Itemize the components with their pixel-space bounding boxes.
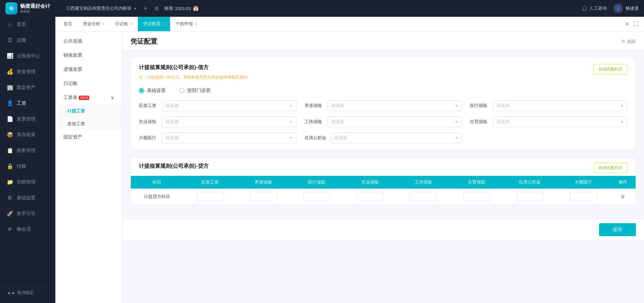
app-edition: 旗舰版 — [20, 9, 50, 14]
sidebar: ⌂ 首页 ☰ 总账 📊 云报表中心 💰 资金管理 🏢 固定资产 👤 工资 📄 发… — [0, 17, 55, 303]
period-label: 账期 — [164, 5, 173, 11]
sidebar-item-close[interactable]: 🔒 结账 — [0, 158, 55, 174]
label-injury: 工伤保险 — [305, 119, 323, 125]
input-large-medical[interactable] — [570, 192, 597, 201]
calendar-icon[interactable]: 📅 — [193, 6, 199, 11]
right-content: 首页 资金分析 × 日记账 × 凭证配置 × 个税申报 × ✕ ⛶ — [55, 17, 644, 303]
select-medical-arrow: ▼ — [620, 104, 624, 108]
td-injury-input[interactable] — [396, 189, 450, 205]
td-maternity-input[interactable] — [450, 189, 503, 205]
td-unemployment-input[interactable] — [343, 189, 396, 205]
refresh-button[interactable]: ↻ 刷新 — [622, 39, 636, 45]
menu-item-purchase[interactable]: 进项发票 — [55, 62, 122, 77]
tab-tax[interactable]: 个税申报 × — [170, 17, 202, 31]
credit-auto-match-button[interactable]: 自动匹配科目 — [593, 163, 628, 173]
td-pension-input[interactable] — [236, 189, 290, 205]
table-wrapper: 科目 应发工资 养老保险 医疗保险 失业保险 工伤保险 生育保险 住房公积金 大 — [131, 176, 636, 205]
input-unemployment[interactable] — [357, 192, 383, 201]
company-name: 江西服宝精品有限责任公司内账张 — [66, 5, 131, 11]
cancel-fixed-button[interactable]: ◄◄ 取消固定 — [0, 286, 55, 300]
input-medical[interactable] — [303, 192, 330, 201]
input-injury[interactable] — [410, 192, 437, 201]
debit-section-note: 注：只能选择一种方式，系统将按照您当前的选择来配置规则 — [139, 74, 248, 80]
company-selector[interactable]: 江西服宝精品有限责任公司内账张 ▼ — [66, 5, 137, 11]
gear-icon[interactable]: ⚙ — [154, 5, 159, 12]
cancel-fixed-label: 取消固定 — [17, 290, 34, 296]
sidebar-item-member[interactable]: V 畅会员 — [0, 221, 55, 237]
tab-close-voucher[interactable]: × — [163, 22, 165, 26]
tab-close-all-icon[interactable]: ✕ — [625, 21, 629, 27]
label-housing: 住房公积金 — [305, 135, 326, 141]
menu-item-calc-salary[interactable]: 计提工资 — [55, 105, 122, 117]
add-button[interactable]: + — [142, 3, 149, 14]
headset-icon: 🎧 — [582, 6, 587, 11]
menu-item-pay-salary[interactable]: 发放工资 — [55, 117, 122, 130]
radio-department-circle — [179, 88, 184, 93]
sidebar-item-guide[interactable]: 🚀 新手引导 — [0, 206, 55, 221]
company-arrow-icon: ▼ — [133, 7, 137, 10]
select-maternity[interactable]: 请选择 ▼ — [493, 116, 628, 127]
th-unemployment: 失业保险 — [343, 176, 396, 189]
select-injury[interactable]: 请选择 ▼ — [327, 116, 462, 127]
input-housing[interactable] — [517, 192, 543, 201]
sidebar-item-inventory[interactable]: 📦 库存核算 — [0, 127, 55, 143]
radio-basic[interactable]: 基础设置 — [139, 88, 166, 94]
tab-journal[interactable]: 日记账 × — [110, 17, 138, 31]
select-salary[interactable]: 请选择 ▼ — [162, 100, 297, 111]
delete-row-button[interactable]: 🗑 — [621, 194, 625, 199]
sidebar-label-assets: 固定资产 — [17, 85, 36, 91]
page-content: 公共选项 销项发票 进项发票 日记账 工资表 NEW ∨ 计提工资 发放工资 固… — [55, 32, 644, 303]
menu-item-fixed-assets[interactable]: 固定资产 — [55, 130, 122, 144]
th-salary: 应发工资 — [183, 176, 236, 189]
input-pension[interactable] — [250, 192, 277, 201]
td-housing-input[interactable] — [503, 189, 556, 205]
tab-home[interactable]: 首页 — [58, 17, 77, 31]
sidebar-item-assets[interactable]: 🏢 固定资产 — [0, 80, 55, 95]
tab-capital[interactable]: 资金分析 × — [77, 17, 110, 31]
user-name: 畅捷通 — [626, 5, 639, 11]
td-medical-input[interactable] — [290, 189, 343, 205]
td-large-medical-input[interactable] — [556, 189, 610, 205]
save-button[interactable]: 保存 — [599, 223, 636, 236]
sidebar-item-archive[interactable]: 📁 归档管理 — [0, 174, 55, 190]
menu-item-journal[interactable]: 日记账 — [55, 77, 122, 91]
sidebar-item-settings[interactable]: ⚙ 基础设置 — [0, 190, 55, 206]
select-unemployment[interactable]: 请选择 ▼ — [162, 116, 297, 127]
sidebar-item-tax[interactable]: 📋 税务管理 — [0, 143, 55, 158]
td-salary-input[interactable] — [183, 189, 236, 205]
sidebar-label-capital: 资金管理 — [17, 69, 36, 75]
sidebar-item-ledger[interactable]: ☰ 总账 — [0, 32, 55, 48]
sidebar-item-reports[interactable]: 📊 云报表中心 — [0, 48, 55, 64]
table-header: 科目 应发工资 养老保险 医疗保险 失业保险 工伤保险 生育保险 住房公积金 大 — [131, 176, 636, 189]
select-medical[interactable]: 请选择 ▼ — [493, 100, 628, 111]
input-salary[interactable] — [197, 192, 223, 201]
menu-item-public[interactable]: 公共选项 — [55, 34, 122, 48]
tab-close-capital[interactable]: × — [102, 22, 104, 26]
radio-department-label: 按部门设置 — [187, 88, 211, 94]
debit-section: 计提核算规则(公司承担)-借方 注：只能选择一种方式，系统将按照您当前的选择来配… — [130, 57, 636, 150]
radio-department[interactable]: 按部门设置 — [179, 88, 211, 94]
sidebar-item-capital[interactable]: 💰 资金管理 — [0, 64, 55, 80]
menu-item-salary-table[interactable]: 工资表 NEW ∨ — [55, 91, 122, 105]
tab-maximize-icon[interactable]: ⛶ — [633, 21, 639, 27]
select-pension[interactable]: 请选择 ▼ — [327, 100, 462, 111]
form-row-pension: 养老保险 请选择 ▼ — [305, 100, 462, 111]
input-maternity[interactable] — [463, 192, 490, 201]
consultant-button[interactable]: 🎧 人工咨询 — [582, 5, 607, 11]
debit-auto-match-button[interactable]: 自动匹配科目 — [593, 64, 628, 74]
sidebar-label-invoice: 发票管理 — [17, 116, 36, 122]
tab-close-tax[interactable]: × — [195, 22, 197, 26]
select-large-medical[interactable]: 请选择 ▼ — [162, 133, 297, 143]
inventory-icon: 📦 — [7, 132, 13, 138]
select-housing[interactable]: 请选择 ▼ — [330, 133, 462, 143]
tab-close-journal[interactable]: × — [130, 22, 132, 26]
sidebar-item-invoice[interactable]: 📄 发票管理 — [0, 111, 55, 127]
tab-voucher[interactable]: 凭证配置 × — [138, 17, 170, 31]
sidebar-item-home[interactable]: ⌂ 首页 — [0, 17, 55, 32]
sidebar-label-guide: 新手引导 — [17, 211, 36, 217]
logo-icon: 会 — [5, 2, 17, 14]
menu-item-sales[interactable]: 销项发票 — [55, 48, 122, 62]
sidebar-item-payroll[interactable]: 👤 工资 — [0, 95, 55, 111]
sidebar-label-reports: 云报表中心 — [17, 53, 40, 59]
refresh-label: 刷新 — [627, 39, 636, 45]
